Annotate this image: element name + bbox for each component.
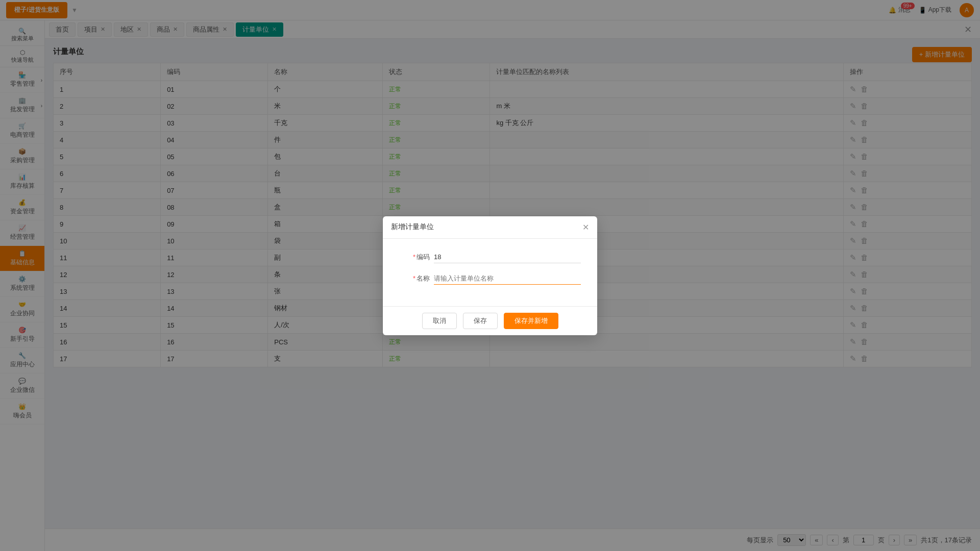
name-input[interactable] [434, 272, 581, 285]
modal-body: *编码 *名称 [383, 239, 597, 306]
name-label: *名称 [399, 274, 430, 283]
add-unit-modal: 新增计量单位 ✕ *编码 *名称 取消 保存 保存并新增 [383, 216, 597, 335]
modal-header: 新增计量单位 ✕ [383, 216, 597, 239]
modal-overlay[interactable]: 新增计量单位 ✕ *编码 *名称 取消 保存 保存并新增 [0, 0, 980, 551]
code-input[interactable] [434, 251, 581, 263]
modal-close-button[interactable]: ✕ [582, 222, 589, 232]
required-star: * [413, 253, 415, 261]
cancel-button[interactable]: 取消 [422, 313, 457, 329]
form-row-name: *名称 [399, 272, 581, 285]
form-row-code: *编码 [399, 251, 581, 263]
modal-title: 新增计量单位 [391, 222, 434, 232]
modal-footer: 取消 保存 保存并新增 [383, 306, 597, 335]
save-new-button[interactable]: 保存并新增 [504, 313, 558, 329]
required-star: * [413, 274, 415, 282]
code-label: *编码 [399, 253, 430, 262]
save-button[interactable]: 保存 [463, 313, 498, 329]
